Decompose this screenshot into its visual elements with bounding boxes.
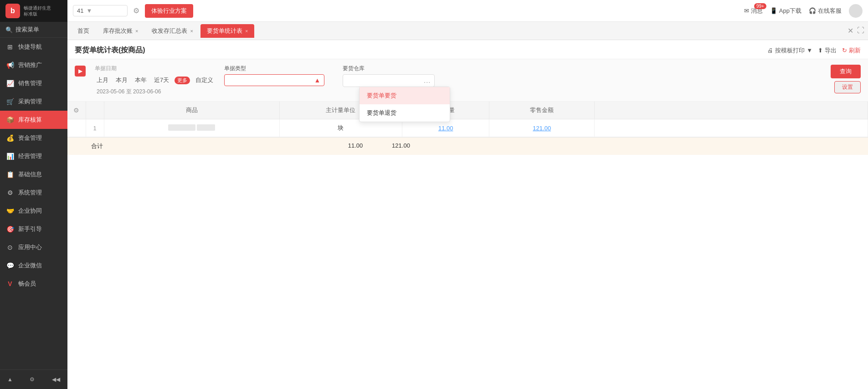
collapse-button[interactable]: ◀◀ xyxy=(50,374,62,384)
close-all-tabs-icon[interactable]: ✕ xyxy=(847,26,853,35)
col-index xyxy=(86,102,104,119)
sidebar-item-marketing[interactable]: 📢 营销推广 xyxy=(0,56,67,74)
app-center-icon: ⊙ xyxy=(5,243,15,252)
topbar-left: 41 ▼ ⚙ 体验行业方案 xyxy=(73,4,193,18)
row-product-cell xyxy=(104,119,279,137)
date-range-text: 2023-05-06 至 2023-06-06 xyxy=(97,88,215,96)
table-footer: 合计 11.00 121.00 xyxy=(67,137,868,155)
footer-label: 合计 xyxy=(73,142,278,150)
close-tab-batch-account[interactable]: × xyxy=(135,28,138,34)
tabbar-actions: ✕ ⛶ xyxy=(847,26,864,35)
store-selector[interactable]: 41 ▼ xyxy=(73,5,128,16)
table-header-row: ⚙ 商品 主计量单位 主数量 零售金额 xyxy=(67,102,868,119)
tab-home[interactable]: 首页 xyxy=(71,24,96,38)
export-button[interactable]: ⬆ 导出 xyxy=(818,46,837,55)
sidebar-header: b 畅捷通好生意 标准版 xyxy=(0,0,67,22)
date-filter-row: 上月 本月 本年 近7天 更多 自定义 xyxy=(95,75,215,85)
page-content: 要货单统计表(按商品) 🖨 按模板打印 ▼ ⬆ 导出 ↻ 刷新 ▶ xyxy=(67,40,868,389)
doc-type-filter-group: 单据类型 ▲ xyxy=(224,65,324,86)
app-logo: b xyxy=(5,4,20,18)
product-name-placeholder xyxy=(168,124,195,131)
row-settings-cell xyxy=(67,119,86,137)
sidebar-item-purchase[interactable]: 🛒 采购管理 xyxy=(0,92,67,111)
tab-receive-summary[interactable]: 收发存汇总表 × xyxy=(145,24,199,38)
warehouse-text-input[interactable] xyxy=(347,77,423,84)
filter-right: 查询 设置 xyxy=(831,65,861,93)
warehouse-more-icon[interactable]: … xyxy=(423,77,431,85)
app-download-button[interactable]: 📱 App下载 xyxy=(770,7,801,15)
message-badge: 99+ xyxy=(754,3,766,9)
expand-tabs-icon[interactable]: ⛶ xyxy=(857,26,864,35)
tab-batch-account[interactable]: 库存批次账 × xyxy=(97,24,144,38)
page-title: 要货单统计表(按商品) xyxy=(75,46,145,55)
product-code-placeholder xyxy=(197,124,215,131)
operations-icon: 📊 xyxy=(5,152,15,161)
footer-amount: 121.00 xyxy=(378,142,424,150)
promo-button[interactable]: 体验行业方案 xyxy=(145,4,193,18)
row-extra-cell xyxy=(595,119,868,137)
sidebar-item-operations[interactable]: 📊 经营管理 xyxy=(0,147,67,165)
sidebar-item-system[interactable]: ⚙ 系统管理 xyxy=(0,184,67,202)
phone-icon: 📱 xyxy=(770,7,777,14)
dropdown-item-order-return[interactable]: 要货单退货 xyxy=(360,104,450,122)
row-amount-cell[interactable]: 121.00 xyxy=(489,119,595,137)
topbar-settings-icon[interactable]: ⚙ xyxy=(131,5,141,17)
date-filter-group: 单据日期 上月 本月 本年 近7天 更多 自定义 2023-05-06 至 20… xyxy=(95,65,215,96)
sidebar-search[interactable]: 🔍 搜索菜单 xyxy=(0,22,67,38)
query-button[interactable]: 查询 xyxy=(831,65,861,78)
this-year-btn[interactable]: 本年 xyxy=(133,75,149,85)
sidebar-item-finance[interactable]: 💰 资金管理 xyxy=(0,129,67,147)
custom-date-btn[interactable]: 自定义 xyxy=(194,75,215,85)
basic-icon: 📋 xyxy=(5,170,15,179)
store-selector-arrow: ▼ xyxy=(86,7,92,14)
purchase-icon: 🛒 xyxy=(5,97,15,106)
search-icon: 🔍 xyxy=(5,26,13,33)
settings-footer-button[interactable]: ⚙ xyxy=(28,374,36,384)
print-icon: 🖨 xyxy=(767,47,773,54)
warehouse-input[interactable]: … xyxy=(343,74,435,87)
refresh-button[interactable]: ↻ 刷新 xyxy=(842,46,861,55)
doc-type-text-input[interactable] xyxy=(228,77,314,84)
export-icon: ⬆ xyxy=(818,47,823,54)
tabbar: 首页 库存批次账 × 收发存汇总表 × 要货单统计表 × ✕ ⛶ xyxy=(67,22,868,40)
tab-order-stat[interactable]: 要货单统计表 × xyxy=(200,24,254,38)
doc-type-dropdown-arrow[interactable]: ▲ xyxy=(314,77,320,84)
table-wrapper: ⚙ 商品 主计量单位 主数量 零售金额 1 xyxy=(67,102,868,137)
sidebar: b 畅捷通好生意 标准版 🔍 搜索菜单 ⊞ 快捷导航 📢 营销推广 📈 销售管理… xyxy=(0,0,67,389)
sales-icon: 📈 xyxy=(5,79,15,88)
filter-settings-button[interactable]: 设置 xyxy=(834,81,861,93)
sidebar-item-wechat-biz[interactable]: 💬 企业微信 xyxy=(0,256,67,275)
scroll-up-button[interactable]: ▲ xyxy=(5,374,15,384)
column-settings-icon[interactable]: ⚙ xyxy=(73,107,79,114)
topbar: 41 ▼ ⚙ 体验行业方案 ✉ 消息 99+ 📱 App下载 🎧 在线客服 xyxy=(67,0,868,22)
doc-type-input[interactable]: ▲ xyxy=(224,74,324,86)
sidebar-item-quick-nav[interactable]: ⊞ 快捷导航 xyxy=(0,38,67,56)
last-7-days-btn[interactable]: 近7天 xyxy=(152,75,171,85)
data-table: ⚙ 商品 主计量单位 主数量 零售金额 1 xyxy=(67,102,868,137)
refresh-icon: ↻ xyxy=(842,47,847,54)
print-button[interactable]: 🖨 按模板打印 ▼ xyxy=(767,46,812,55)
close-tab-order-stat[interactable]: × xyxy=(245,28,248,34)
dropdown-item-order-goods[interactable]: 要货单要货 xyxy=(360,87,450,104)
expand-filter-button[interactable]: ▶ xyxy=(75,66,86,77)
user-avatar[interactable] xyxy=(849,4,863,18)
sidebar-item-inventory[interactable]: 📦 库存核算 xyxy=(0,111,67,129)
table-row: 1 块 11.00 121.00 xyxy=(67,119,868,137)
last-month-btn[interactable]: 上月 xyxy=(95,75,110,85)
sidebar-item-guide[interactable]: 🎯 新手引导 xyxy=(0,220,67,238)
this-month-btn[interactable]: 本月 xyxy=(114,75,129,85)
col-amount: 零售金额 xyxy=(489,102,595,119)
sidebar-item-enterprise[interactable]: 🤝 企业协同 xyxy=(0,202,67,220)
message-button[interactable]: ✉ 消息 99+ xyxy=(744,7,763,15)
headset-icon: 🎧 xyxy=(809,7,816,14)
marketing-icon: 📢 xyxy=(5,61,15,70)
sidebar-item-app-center[interactable]: ⊙ 应用中心 xyxy=(0,238,67,256)
guide-icon: 🎯 xyxy=(5,225,15,234)
more-date-badge[interactable]: 更多 xyxy=(175,77,190,84)
sidebar-item-sales[interactable]: 📈 销售管理 xyxy=(0,74,67,92)
sidebar-item-membership[interactable]: V 畅会员 xyxy=(0,275,67,293)
online-service-button[interactable]: 🎧 在线客服 xyxy=(809,7,842,15)
close-tab-receive-summary[interactable]: × xyxy=(190,28,193,34)
message-icon: ✉ xyxy=(744,7,749,14)
sidebar-item-basic[interactable]: 📋 基础信息 xyxy=(0,165,67,184)
